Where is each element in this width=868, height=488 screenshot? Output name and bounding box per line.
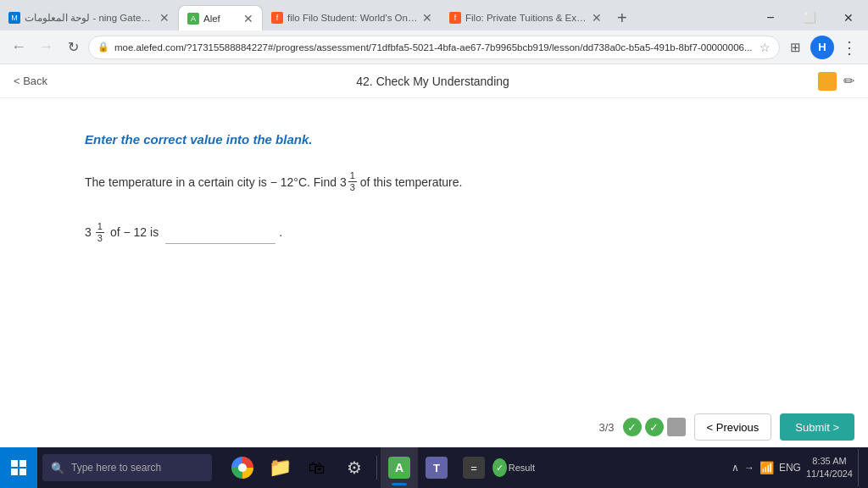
check-square [667,418,686,436]
reload-button[interactable]: ↻ [61,36,85,59]
browser-grid-button[interactable]: ⊞ [783,36,807,59]
browser-menu-button[interactable]: ⋮ [837,36,861,59]
question-superscript-area: 1 3 [348,170,357,193]
tab1-favicon: M [8,12,20,24]
teams-icon: T [426,457,448,479]
taskbar-app-alef[interactable]: A [381,447,418,488]
close-button[interactable]: ✕ [829,5,868,30]
tray-wifi-icon: 📶 [760,461,774,474]
check-circle-1: ✓ [623,418,642,436]
window-controls: − ⬜ ✕ [751,5,868,30]
tab1-close[interactable]: ✕ [159,11,170,25]
header-orange-square [818,72,837,91]
system-clock[interactable]: 8:35 AM 11/14/2024 [806,455,853,481]
tab3-title: filo Filo Student: World's Only Live ... [287,13,418,23]
q-frac-num: 1 [348,170,357,182]
alef-icon: A [388,457,410,479]
tray-expand-icon[interactable]: ∧ [732,462,739,474]
tab1-title: لوحة المعلومات - ning Gateway [25,12,155,24]
question-text: The temperature in a certain city is − 1… [85,170,783,193]
question-text-before: The temperature in a certain city is − 1… [85,175,347,189]
system-tray: ∧ → 📶 ENG 8:35 AM 11/14/2024 [732,449,868,486]
expr-frac-num: 1 [96,221,104,233]
tray-arrow-icon: → [744,462,754,474]
tab-1[interactable]: M لوحة المعلومات - ning Gateway ✕ [0,5,178,30]
taskbar-search[interactable]: 🔍 Type here to search [42,454,212,481]
expr-of-text: of − 12 is [110,225,159,239]
back-page-button[interactable]: < Back [14,75,47,87]
expr-frac-den: 3 [96,233,104,244]
tab-3[interactable]: f filo Filo Student: World's Only Live .… [263,5,441,30]
windows-icon [11,460,26,475]
taskbar-app-teams[interactable]: T [418,447,455,488]
tab-4[interactable]: f Filo: Private Tuitions & Exam Pr... ✕ [441,5,610,30]
expr-whole: 3 [85,225,92,239]
maximize-button[interactable]: ⬜ [790,5,829,30]
taskbar-app-chrome[interactable] [224,447,261,488]
browser-window: M لوحة المعلومات - ning Gateway ✕ A Alef… [0,0,868,395]
url-bar[interactable]: 🔒 moe.alefed.com/?17315588884227#/progre… [88,36,780,59]
q-frac-den: 3 [348,182,357,193]
settings-icon: ⚙ [347,458,362,478]
tab2-title: Alef [203,14,239,24]
tab-2[interactable]: A Alef ✕ [178,5,263,30]
expr-fraction: 1 3 [96,221,104,244]
svg-rect-0 [11,460,18,467]
profile-button[interactable]: H [810,36,834,59]
check-icons: ✓ ✓ [623,418,686,436]
taskbar-app-result[interactable]: ✓ Result [492,447,535,488]
page-footer: 3/3 ✓ ✓ < Previous Submit > [598,413,854,441]
chrome-icon [231,457,253,479]
check-circle-2: ✓ [645,418,664,436]
address-bar: ← → ↻ 🔒 moe.alefed.com/?17315588884227#/… [0,30,868,64]
question-text-after: of this temperature. [360,175,463,189]
taskbar-divider-1 [376,456,377,480]
calculator-icon: = [463,457,485,479]
svg-rect-1 [19,460,26,467]
expression-period: . [279,225,282,239]
taskbar-app-settings[interactable]: ⚙ [336,447,373,488]
tab3-favicon: f [271,12,283,24]
back-nav-button[interactable]: ← [7,36,31,59]
svg-rect-2 [11,469,18,475]
taskbar-app-file-explorer[interactable]: 📁 [261,447,298,488]
taskbar-app-calculator[interactable]: = [455,447,492,488]
tab4-title: Filo: Private Tuitions & Exam Pr... [465,13,587,23]
taskbar-search-placeholder: Type here to search [71,462,161,474]
folder-icon: 📁 [269,457,292,479]
submit-button[interactable]: Submit > [780,413,854,441]
taskbar-search-icon: 🔍 [51,462,64,474]
bookmark-icon[interactable]: ☆ [760,41,771,54]
result-icon: ✓ [492,458,507,477]
tab2-close[interactable]: ✕ [243,12,253,25]
header-actions: ✏ [818,72,854,91]
url-lock-icon: 🔒 [97,42,109,53]
start-button[interactable] [0,447,37,488]
minimize-button[interactable]: − [751,5,790,30]
taskbar-app-store[interactable]: 🛍 [298,447,336,488]
svg-rect-3 [19,469,26,475]
header-pencil-button[interactable]: ✏ [843,73,854,89]
answer-input[interactable] [165,220,275,244]
taskbar: 🔍 Type here to search 📁 🛍 ⚙ A [0,447,868,488]
forward-nav-button[interactable]: → [34,36,58,59]
previous-button[interactable]: < Previous [694,413,772,441]
system-time: 8:35 AM [812,455,846,468]
page-title: 42. Check My Understanding [356,75,509,88]
taskbar-pinned-apps: 📁 🛍 ⚙ [224,447,373,488]
tab2-favicon: A [187,13,199,25]
taskbar-running-apps: A T = ✓ Result [381,447,535,488]
lang-label: ENG [779,462,801,474]
tab-bar: M لوحة المعلومات - ning Gateway ✕ A Alef… [0,0,868,30]
tab4-favicon: f [449,12,461,24]
tab4-close[interactable]: ✕ [592,11,602,25]
tab3-close[interactable]: ✕ [422,11,432,25]
pagination-label: 3/3 [598,421,614,434]
main-content: Enter the correct value into the blank. … [0,98,868,395]
url-text: moe.alefed.com/?17315588884227#/progress… [114,42,754,53]
instruction-text: Enter the correct value into the blank. [85,132,783,147]
page-header: < Back 42. Check My Understanding ✏ [0,64,868,98]
add-tab-button[interactable]: + [610,5,634,30]
show-desktop-button[interactable] [858,449,863,486]
question-expression: 3 1 3 of − 12 is . [85,220,783,244]
